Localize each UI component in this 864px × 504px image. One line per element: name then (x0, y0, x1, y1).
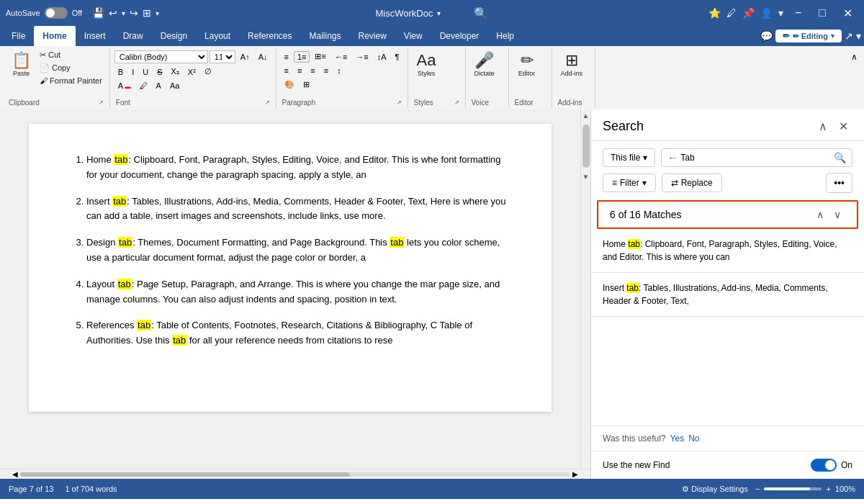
font-color-button[interactable]: A (153, 80, 165, 91)
find-toggle[interactable]: On (811, 459, 852, 472)
nav-up-button[interactable]: ∧ (812, 207, 828, 222)
subscript-button[interactable]: X₂ (168, 66, 183, 78)
undo-icon[interactable]: ↩ (109, 7, 117, 19)
search-scope-button[interactable]: This file ▾ (603, 148, 655, 167)
search-collapse-button[interactable]: ∧ (814, 118, 832, 135)
show-marks-button[interactable]: ¶ (392, 51, 403, 63)
no-link[interactable]: No (688, 433, 699, 444)
autosave-toggle[interactable] (45, 7, 68, 19)
italic-button[interactable]: I (128, 66, 138, 78)
bold-button[interactable]: B (114, 66, 127, 78)
highlight-button[interactable]: 🖊 (136, 80, 151, 91)
text-color-button[interactable]: A ▬ (114, 80, 135, 91)
scroll-down-button[interactable]: ▼ (580, 171, 590, 183)
font-grow-button[interactable]: A↑ (237, 51, 253, 63)
font-expand[interactable]: ↗ (265, 99, 270, 106)
editor-button[interactable]: ✏ Editor (513, 49, 541, 80)
view-arrow[interactable]: ▾ (156, 9, 159, 17)
close-button[interactable]: ✕ (837, 6, 858, 20)
font-shrink-button[interactable]: A↓ (255, 51, 271, 63)
document-scroll[interactable]: Home tab: Clipboard, Font, Paragraph, St… (0, 109, 580, 469)
user-icon[interactable]: ▾ (856, 30, 861, 42)
result-item-2[interactable]: Insert tab: Tables, Illustrations, Add-i… (591, 273, 864, 317)
numbering-button[interactable]: 1≡ (294, 51, 310, 63)
share-icon[interactable]: 👤 (760, 7, 773, 19)
clear-format-button[interactable]: ∅ (201, 66, 215, 78)
font-family-select[interactable]: Calibri (Body) (114, 50, 208, 63)
horizontal-scrollbar[interactable]: ◀ ▶ (0, 469, 590, 479)
align-left-button[interactable]: ≡ (281, 65, 292, 76)
justify-button[interactable]: ≡ (320, 65, 332, 76)
styles-expand[interactable]: ↗ (454, 99, 459, 106)
bullets-button[interactable]: ≡ (281, 51, 292, 63)
scroll-right-button[interactable]: ▶ (570, 470, 580, 478)
scroll-left-button[interactable]: ◀ (10, 470, 20, 478)
decrease-indent-button[interactable]: ←≡ (331, 51, 351, 63)
share-arrow[interactable]: ↗ (845, 30, 853, 42)
nav-down-button[interactable]: ∨ (829, 207, 845, 222)
scroll-thumb[interactable] (582, 125, 590, 168)
styles-button[interactable]: Aa Styles (413, 49, 441, 80)
menu-tab-help[interactable]: Help (487, 26, 523, 46)
menu-tab-view[interactable]: View (395, 26, 431, 46)
paste-button[interactable]: 📋 Paste (7, 49, 35, 80)
search-input[interactable] (680, 153, 834, 163)
undo-arrow[interactable]: ▾ (122, 9, 125, 17)
save-icon[interactable]: 💾 (92, 7, 104, 19)
result-item-1[interactable]: Home tab: Clipboard, Font, Paragraph, St… (591, 229, 864, 273)
align-center-button[interactable]: ≡ (294, 65, 305, 76)
format-painter-button[interactable]: 🖌 Format Painter (37, 75, 105, 86)
underline-button[interactable]: U (139, 66, 152, 78)
menu-tab-references[interactable]: References (239, 26, 300, 46)
align-right-button[interactable]: ≡ (307, 65, 318, 76)
vertical-scrollbar[interactable]: ▲ ▼ (580, 109, 590, 469)
restore-button[interactable]: □ (813, 6, 832, 19)
editing-button[interactable]: ✏ ✏ Editing ▾ (775, 30, 842, 42)
zoom-track[interactable] (764, 487, 822, 490)
search-close-button[interactable]: ✕ (834, 118, 852, 135)
dictate-button[interactable]: 🎤 Dictate (470, 49, 499, 80)
star-icon[interactable]: ⭐ (708, 7, 721, 19)
menu-tab-draw[interactable]: Draw (114, 26, 152, 46)
view-icon[interactable]: ⊞ (143, 7, 151, 19)
menu-tab-review[interactable]: Review (350, 26, 395, 46)
font-size-select[interactable]: 11 (210, 50, 235, 63)
menu-tab-design[interactable]: Design (152, 26, 196, 46)
clipboard-expand[interactable]: ↗ (99, 99, 104, 106)
menu-tab-file[interactable]: File (3, 26, 34, 46)
filename-arrow[interactable]: ▾ (437, 9, 441, 17)
change-case-button[interactable]: Aa (166, 80, 183, 91)
comment-btn[interactable]: 💬 (760, 30, 773, 42)
zoom-in-button[interactable]: + (826, 485, 830, 493)
collapse-ribbon-button[interactable]: ∧ (847, 50, 861, 63)
scroll-up-button[interactable]: ▲ (580, 109, 590, 122)
pen-icon[interactable]: 🖊 (726, 7, 737, 19)
multilevel-button[interactable]: ⊞≡ (311, 50, 329, 63)
back-button[interactable]: ← (667, 152, 678, 163)
comment-icon[interactable]: ▾ (778, 7, 783, 19)
menu-tab-developer[interactable]: Developer (431, 26, 488, 46)
minimize-button[interactable]: − (789, 6, 807, 19)
shading-button[interactable]: 🎨 (281, 78, 298, 91)
addins-button[interactable]: ⊞ Add-ins (557, 49, 588, 80)
search-go-icon[interactable]: 🔍 (834, 152, 846, 163)
toggle-switch[interactable] (811, 459, 837, 472)
replace-button[interactable]: ⇄ Replace (662, 174, 722, 192)
menu-tab-home[interactable]: Home (34, 26, 75, 46)
borders-button[interactable]: ⊞ (300, 78, 313, 91)
increase-indent-button[interactable]: →≡ (352, 51, 372, 63)
sort-button[interactable]: ↕A (374, 51, 390, 63)
zoom-out-button[interactable]: − (755, 485, 760, 493)
cut-button[interactable]: ✂ Cut (37, 49, 105, 61)
h-scroll-thumb[interactable] (20, 472, 350, 477)
menu-tab-layout[interactable]: Layout (196, 26, 239, 46)
menu-tab-mailings[interactable]: Mailings (300, 26, 349, 46)
pin-icon[interactable]: 📌 (742, 7, 755, 19)
redo-icon[interactable]: ↪ (130, 7, 138, 19)
superscript-button[interactable]: X² (184, 66, 199, 78)
strikethrough-button[interactable]: S (153, 66, 166, 78)
yes-link[interactable]: Yes (670, 433, 685, 444)
copy-button[interactable]: 📄 Copy (37, 62, 105, 74)
menu-tab-insert[interactable]: Insert (76, 26, 114, 46)
more-options-button[interactable]: ••• (826, 173, 852, 193)
